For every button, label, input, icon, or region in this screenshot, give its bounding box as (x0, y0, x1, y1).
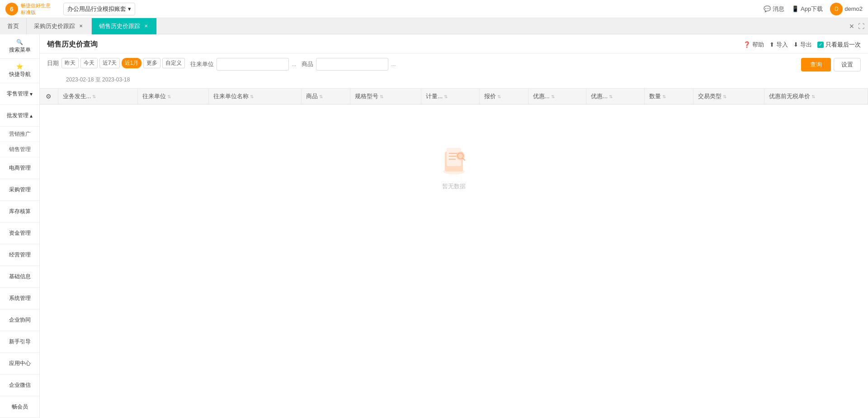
sidebar-item-wholesale[interactable]: 批发管理 ▴ (0, 105, 39, 127)
sidebar-item-member[interactable]: 畅会员 (0, 396, 39, 418)
sort-icon-quantity: ⇅ (662, 94, 666, 99)
col-quantity[interactable]: 数量 ⇅ (644, 89, 693, 104)
help-icon: ❓ (743, 41, 750, 48)
col-unit[interactable]: 计量... ⇅ (421, 89, 479, 104)
page-title: 销售历史价查询 (47, 40, 98, 49)
tab-purchase-history[interactable]: 采购历史价跟踪 ✕ (27, 18, 92, 34)
sidebar-item-collab[interactable]: 企业协同 (0, 309, 39, 331)
sort-icon-product: ⇅ (319, 94, 323, 99)
message-icon: 💬 (764, 5, 771, 12)
sort-icon-trade: ⇅ (723, 94, 726, 99)
import-button[interactable]: ⬆ 导入 (769, 41, 788, 49)
col-quote[interactable]: 报价 ⇅ (479, 89, 528, 104)
sidebar-item-sales-mgmt[interactable]: 销售管理 (0, 142, 39, 157)
date-btn-today[interactable]: 今天 (80, 58, 98, 68)
top-header: 6 畅捷信好生意 标准版 办公用品行业模拟账套 ▾ 💬 消息 📱 App下载 D… (0, 0, 868, 18)
date-btn-yesterday[interactable]: 昨天 (61, 58, 79, 68)
partner-filter-group: 往来单位 ... (190, 58, 296, 71)
close-window-icon[interactable]: ✕ (849, 23, 854, 30)
logo-area: 6 畅捷信好生意 标准版 (5, 2, 51, 15)
sort-icon-unit: ⇅ (444, 94, 448, 99)
date-quick-buttons: 昨天 今天 近7天 近1月 更多 自定义 (61, 58, 185, 68)
app-name: 畅捷信好生意 标准版 (21, 2, 51, 15)
col-discount2[interactable]: 优惠... ⇅ (586, 89, 644, 104)
date-btn-more[interactable]: 更多 (143, 58, 160, 68)
col-product[interactable]: 商品 ⇅ (302, 89, 350, 104)
tab-close-sales[interactable]: ✕ (143, 23, 149, 29)
date-btn-7days[interactable]: 近7天 (99, 58, 120, 68)
sidebar-item-ecommerce[interactable]: 电商管理 (0, 157, 39, 179)
col-discount1[interactable]: 优惠... ⇅ (528, 89, 586, 104)
sidebar-item-finance[interactable]: 资金管理 (0, 223, 39, 244)
sidebar-item-quicknav[interactable]: ⭐ 快捷导航 (0, 59, 39, 83)
tab-bar: 首页 采购历史价跟踪 ✕ 销售历史价跟踪 ✕ ✕ ⛶ (0, 18, 868, 34)
main-layout: 🔍 搜索菜单 ⭐ 快捷导航 零售管理 ▾ 批发管理 ▴ 营销推广 销售管理 电商… (0, 34, 868, 418)
empty-illustration (436, 141, 472, 177)
empty-text: 暂无数据 (442, 182, 466, 190)
account-selector[interactable]: 办公用品行业模拟账套 ▾ (63, 3, 135, 15)
partner-input[interactable] (217, 58, 289, 71)
import-icon: ⬆ (769, 41, 774, 48)
date-btn-custom[interactable]: 自定义 (162, 58, 185, 68)
user-action[interactable]: D demo2 (830, 3, 863, 15)
table-container: ⚙ 业务发生... ⇅ 往来单位 ⇅ (40, 89, 868, 418)
download-icon: 📱 (792, 5, 799, 12)
tab-sales-history[interactable]: 销售历史价跟踪 ✕ (92, 18, 157, 34)
sidebar-item-operations[interactable]: 经营管理 (0, 244, 39, 266)
partner-label: 往来单位 (190, 60, 214, 68)
col-pretax-price[interactable]: 优惠前无税单价 ⇅ (764, 89, 868, 104)
sidebar-item-basic-info[interactable]: 基础信息 (0, 266, 39, 288)
product-input[interactable] (316, 58, 388, 71)
date-btn-1month[interactable]: 近1月 (122, 58, 142, 68)
sidebar: 🔍 搜索菜单 ⭐ 快捷导航 零售管理 ▾ 批发管理 ▴ 营销推广 销售管理 电商… (0, 34, 40, 418)
sidebar-item-apps[interactable]: 应用中心 (0, 353, 39, 375)
col-partner-name[interactable]: 往来单位名称 ⇅ (209, 89, 302, 104)
sidebar-item-newbie[interactable]: 新手引导 (0, 331, 39, 353)
chevron-up-icon: ▴ (30, 113, 33, 119)
sidebar-item-purchase[interactable]: 采购管理 (0, 179, 39, 201)
tab-home[interactable]: 首页 (0, 18, 27, 34)
nav-icon: ⭐ (16, 63, 23, 70)
search-icon: 🔍 (16, 39, 23, 45)
sort-icon-partner-name: ⇅ (250, 94, 254, 99)
tab-bar-right: ✕ ⛶ (849, 23, 868, 30)
col-settings[interactable]: ⚙ (40, 89, 58, 104)
product-label: 商品 (302, 60, 313, 68)
sidebar-item-search[interactable]: 🔍 搜索菜单 (0, 34, 39, 59)
col-partner-code[interactable]: 往来单位 ⇅ (138, 89, 209, 104)
data-table: ⚙ 业务发生... ⇅ 往来单位 ⇅ (40, 89, 868, 104)
message-action[interactable]: 💬 消息 (764, 5, 784, 13)
sidebar-item-system[interactable]: 系统管理 (0, 288, 39, 309)
col-biz-date[interactable]: 业务发生... ⇅ (58, 89, 138, 104)
sort-icon-discount1: ⇅ (551, 94, 555, 99)
sort-icon-discount2: ⇅ (609, 94, 613, 99)
settings-button[interactable]: 设置 (834, 58, 861, 71)
export-icon: ⬇ (793, 41, 798, 48)
date-filter-group: 日期 昨天 今天 近7天 近1月 更多 自定义 (47, 58, 185, 68)
download-action[interactable]: 📱 App下载 (792, 5, 823, 13)
search-button[interactable]: 查询 (801, 58, 831, 71)
avatar: D (830, 3, 843, 15)
help-button[interactable]: ❓ 帮助 (743, 41, 764, 49)
export-button[interactable]: ⬇ 导出 (793, 41, 812, 49)
header-left: 6 畅捷信好生意 标准版 办公用品行业模拟账套 ▾ (5, 2, 135, 15)
product-filter-group: 商品 ... (302, 58, 396, 71)
filter-action-group: 查询 设置 (801, 58, 861, 71)
sidebar-item-inventory[interactable]: 库存核算 (0, 201, 39, 223)
sort-icon-spec: ⇅ (380, 94, 383, 99)
only-last-checkbox[interactable]: ✓ 只看最后一次 (817, 41, 861, 49)
col-trade-type[interactable]: 交易类型 ⇅ (693, 89, 764, 104)
tab-close-purchase[interactable]: ✕ (78, 23, 84, 29)
maximize-icon[interactable]: ⛶ (858, 23, 864, 30)
page-content: 销售历史价查询 ❓ 帮助 ⬆ 导入 ⬇ 导出 ✓ (40, 34, 868, 418)
col-spec[interactable]: 规格型号 ⇅ (350, 89, 421, 104)
sidebar-item-retail[interactable]: 零售管理 ▾ (0, 83, 39, 105)
page-header-actions: ❓ 帮助 ⬆ 导入 ⬇ 导出 ✓ 只看最后一次 (743, 41, 861, 49)
date-label: 日期 (47, 59, 59, 67)
content-area: 销售历史价查询 ❓ 帮助 ⬆ 导入 ⬇ 导出 ✓ (40, 34, 868, 418)
header-right: 💬 消息 📱 App下载 D demo2 (764, 3, 863, 15)
sidebar-item-marketing[interactable]: 营销推广 (0, 127, 39, 142)
chevron-down-icon: ▾ (30, 91, 33, 97)
sidebar-item-wechat[interactable]: 企业微信 (0, 375, 39, 396)
filter-bar: 日期 昨天 今天 近7天 近1月 更多 自定义 往来单位 .. (40, 53, 868, 89)
